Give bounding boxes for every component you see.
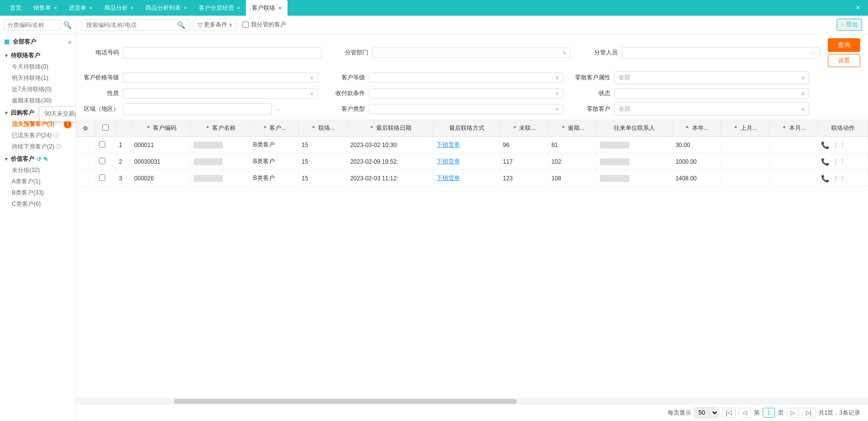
nature-select[interactable]: ∨ [123, 88, 318, 99]
col-last-contact-way[interactable]: 最后联络方式 [434, 120, 500, 137]
col-last-contact-date[interactable]: ＊ 最后联络日期 [347, 120, 434, 137]
value-arrow-icon: ▼ [4, 156, 9, 162]
price-level-select[interactable]: ∨ [123, 73, 318, 83]
declining-icon: ⓘ [56, 144, 61, 149]
customer-level-select[interactable]: ∨ [369, 73, 564, 83]
region-input[interactable] [123, 103, 272, 115]
first-page-button[interactable]: |◁ [722, 408, 736, 418]
dept-select[interactable]: ∨ [372, 48, 571, 58]
sidebar-all-customers[interactable]: ▦ 全部客户 « [0, 35, 75, 49]
settings-button[interactable]: 设置 [828, 54, 860, 67]
retail-attr-select[interactable]: 全部 ∨ [614, 71, 809, 84]
nav-home[interactable]: 首页 [4, 0, 27, 16]
sidebar-item-ungrouped[interactable]: 未分组(32) [0, 165, 75, 176]
sidebar-item-class-c[interactable]: C类客户(6) [0, 198, 75, 210]
manager-select[interactable]: ··· [622, 47, 820, 59]
sidebar-item-class-b[interactable]: B类客户(33) [0, 187, 75, 198]
more-action-icon[interactable]: ⋮⋮ [832, 158, 846, 166]
customer-type-select[interactable]: ∨ [369, 104, 564, 114]
refresh-icon[interactable]: ↺ [36, 156, 41, 163]
window-close-button[interactable]: × [852, 3, 864, 12]
contact-action-icon[interactable]: 📞 [821, 158, 829, 166]
query-button[interactable]: 查询 [828, 38, 860, 52]
main-search-input[interactable] [86, 22, 177, 28]
col-contact[interactable]: ＊ 联络... [298, 120, 347, 137]
sidebar-item-tomorrow[interactable]: 明天待联络(1) [0, 73, 75, 84]
sidebar-search-input[interactable] [4, 20, 61, 30]
payment-select[interactable]: ∨ [369, 88, 564, 99]
sidebar-item-declining[interactable]: 持续下滑客户(2) ⓘ [0, 141, 75, 152]
contact-action-icon[interactable]: 📞 [821, 141, 829, 149]
row-select-checkbox[interactable] [99, 141, 105, 148]
nav-sales-close[interactable]: × [54, 5, 57, 11]
export-button[interactable]: ↑ 导出 [837, 19, 862, 31]
sidebar-section-pending[interactable]: ▼ 待联络客户 [0, 49, 75, 61]
more-action-icon[interactable]: ⋮⋮ [832, 141, 846, 149]
row-code: 000026 [131, 170, 191, 187]
sidebar-item-today[interactable]: 今天待联络(0) [0, 61, 75, 73]
status-select[interactable]: ∨ [614, 88, 809, 99]
main-search-icon[interactable]: 🔍 [177, 21, 185, 29]
select-all-checkbox[interactable] [102, 124, 109, 131]
last-page-button[interactable]: ▷| [802, 408, 816, 418]
nav-analysis-list[interactable]: 商品分析列表 × [140, 0, 193, 16]
region-ellipsis[interactable]: ··· [272, 106, 283, 113]
contact-action-icon[interactable]: 📞 [821, 174, 829, 182]
col-last-month[interactable]: ＊ 上月... [721, 120, 769, 137]
phone-input[interactable] [123, 47, 321, 59]
my-customers-checkbox-label[interactable]: 我分管的客户 [242, 21, 286, 29]
my-customers-checkbox[interactable] [242, 22, 249, 28]
nav-purchase-close[interactable]: × [89, 5, 92, 11]
more-filter-button[interactable]: ▽ 更多条件 ∧ [193, 19, 237, 31]
col-not-contacted[interactable]: ＊ 未联... [500, 120, 548, 137]
col-overdue[interactable]: ＊ 逾期... [548, 120, 597, 137]
export-icon: ↑ [841, 22, 844, 28]
scrollbar-thumb[interactable] [174, 399, 517, 404]
nav-sales[interactable]: 销售单 × [27, 0, 63, 16]
nav-analysis-close[interactable]: × [131, 5, 134, 11]
row-last-contact-way: 下销货单 [434, 170, 500, 187]
nav-customer-contact-close[interactable]: × [278, 5, 281, 11]
prev-page-button[interactable]: ◁ [739, 408, 751, 418]
row-settings [76, 170, 96, 187]
payment-arrow: ∨ [555, 91, 559, 96]
horizontal-scrollbar[interactable] [76, 398, 868, 404]
row-name [191, 170, 250, 187]
nav-analysis-list-close[interactable]: × [184, 5, 187, 11]
contact-way-link[interactable]: 下销货单 [436, 174, 460, 181]
gear-icon[interactable]: ⚙ [83, 125, 88, 132]
row-select-checkbox[interactable] [99, 158, 105, 164]
search-bar: 🔍 ▽ 更多条件 ∧ 我分管的客户 ↑ 导出 [76, 16, 868, 34]
row-select-checkbox[interactable] [99, 174, 105, 181]
col-type[interactable]: ＊ 客户... [250, 120, 298, 137]
edit-icon[interactable]: ✎ [43, 156, 48, 163]
manager-label: 分管人员 [582, 49, 622, 57]
sidebar-collapse-icon[interactable]: « [68, 39, 72, 46]
col-name[interactable]: ＊ 客户名称 [191, 120, 250, 137]
sidebar-item-7days[interactable]: 近7天待联络(0) [0, 84, 75, 95]
col-code[interactable]: ＊ 客户编码 [131, 120, 191, 137]
sidebar-item-already-churned[interactable]: 已流失客户(24) ⓘ [0, 130, 75, 141]
nav-analysis[interactable]: 商品分析 × [98, 0, 140, 16]
filter-customer-type: 客户类型 ∨ [330, 104, 564, 114]
col-this-month[interactable]: ＊ 本月... [770, 120, 818, 137]
col-this-year[interactable]: ＊ 本年... [672, 120, 721, 137]
customer-level-label: 客户等级 [330, 74, 369, 82]
nav-customer-segment-close[interactable]: × [237, 5, 240, 11]
sidebar-search-icon[interactable]: 🔍 [63, 21, 72, 29]
more-action-icon[interactable]: ⋮⋮ [832, 174, 846, 182]
nav-customer-segment[interactable]: 客户分层经营 × [193, 0, 246, 16]
per-page-select[interactable]: 50 100 [694, 407, 719, 418]
nav-customer-contact[interactable]: 客户联络 × [246, 0, 287, 16]
sidebar-item-class-a[interactable]: A类客户(1) [0, 176, 75, 187]
col-settings[interactable]: ⚙ [76, 120, 96, 137]
contact-way-link[interactable]: 下销货单 [436, 141, 460, 148]
nav-purchase[interactable]: 进货单 × [63, 0, 98, 16]
next-page-button[interactable]: ▷ [787, 408, 799, 418]
sidebar-section-value[interactable]: ▼ 价值客户 ↺ ✎ [0, 152, 75, 165]
col-unit-contact[interactable]: 往来单位联系人 [597, 120, 672, 137]
sidebar-item-overdue[interactable]: 逾期未联络(30) [0, 95, 75, 106]
retail-customer-select[interactable]: 全部 ∨ [614, 102, 809, 116]
contact-way-link[interactable]: 下销货单 [436, 158, 460, 165]
manager-ellipsis[interactable]: ··· [811, 50, 816, 56]
